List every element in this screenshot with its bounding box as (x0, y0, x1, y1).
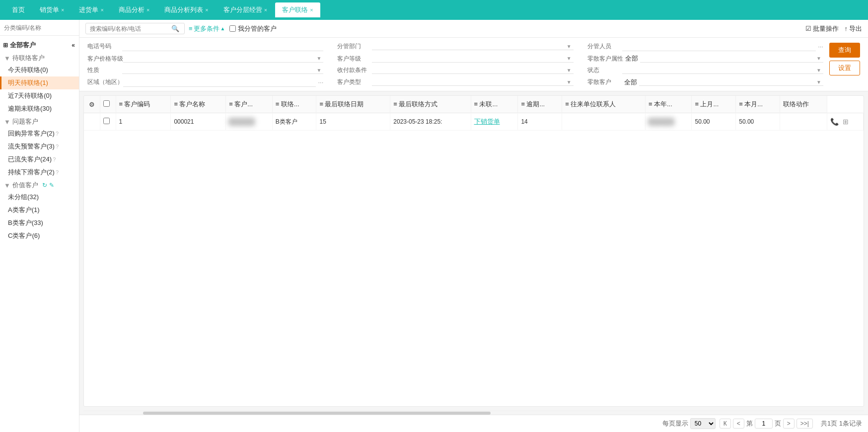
scatter-customer-select[interactable] (639, 78, 823, 85)
nav-product-analysis[interactable]: 商品分析 × (112, 2, 156, 17)
payment-select[interactable] (372, 67, 573, 73)
nav-customer-segmentation[interactable]: 客户分层经营 × (217, 2, 274, 17)
status-select[interactable] (622, 67, 823, 73)
edit-icon[interactable]: ✎ (49, 182, 54, 189)
next-page-btn[interactable]: > (783, 419, 795, 429)
chevron-up-icon: ▲ (220, 26, 225, 31)
help-icon: ? (56, 144, 59, 149)
sidebar-item-churn-warning[interactable]: 流失预警客户(3) ? (0, 140, 79, 153)
prev-page-btn[interactable]: < (733, 419, 744, 429)
nav-sales-order[interactable]: 销货单 × (33, 2, 71, 17)
close-icon[interactable]: × (146, 7, 149, 13)
nature-select[interactable] (122, 67, 323, 73)
sidebar-item-class-c[interactable]: C类客户(6) (0, 229, 79, 242)
status-wrap[interactable]: ▼ (622, 67, 823, 74)
settings-button[interactable]: 设置 (829, 61, 860, 75)
scatter-customer-wrap[interactable]: ▼ (639, 78, 823, 86)
payment-wrap[interactable]: ▼ (372, 67, 573, 74)
nav-purchase-order[interactable]: 进货单 × (72, 2, 110, 17)
dept-select-wrap[interactable]: ▼ (372, 43, 573, 50)
customer-type-wrap[interactable]: ▼ (372, 78, 573, 86)
last-page-btn[interactable]: >>| (796, 419, 813, 429)
phone-input[interactable] (122, 42, 323, 51)
cell-name[interactable]: ██████ (226, 113, 272, 131)
filter-region: 区域（地区） ··· (87, 77, 323, 87)
customer-level-select[interactable] (372, 55, 573, 62)
phone-action-icon[interactable]: 📞 (830, 118, 839, 126)
sidebar-item-7days-pending[interactable]: 近7天待联络(0) (0, 89, 79, 102)
all-customers-title[interactable]: ⊞ 全部客户 « (0, 39, 79, 52)
nature-wrap[interactable]: ▼ (122, 67, 323, 74)
col-customer-type: ≡ 客户... (226, 96, 272, 113)
sidebar-item-ungrouped[interactable]: 未分组(32) (0, 191, 79, 204)
col-settings[interactable]: ⚙ (84, 96, 100, 113)
dept-select[interactable] (372, 43, 573, 50)
total-records: 共1页 1条记录 (821, 419, 862, 428)
cell-code[interactable]: 000021 (171, 113, 226, 131)
cell-last-contact-date: 2023-05-23 18:25: (390, 113, 471, 131)
sidebar-item-class-a[interactable]: A类客户(1) (0, 204, 79, 216)
filter-status: 状态 ▼ (587, 66, 823, 74)
sidebar-item-today-pending[interactable]: 今天待联络(0) (0, 64, 79, 76)
search-input[interactable] (90, 25, 169, 32)
settings-icon[interactable]: ⚙ (89, 101, 95, 108)
manager-input[interactable] (622, 42, 816, 51)
help-icon: ? (56, 169, 59, 175)
grid-icon: ⊞ (3, 42, 8, 49)
cell-last-contact-method[interactable]: 下销货单 (471, 113, 518, 131)
col-unit-contact: ≡ 往来单位联系人 (562, 96, 646, 113)
sidebar-item-class-b[interactable]: B类客户(33) (0, 216, 79, 229)
first-page-btn[interactable]: К (720, 419, 731, 429)
cell-checkbox[interactable] (100, 113, 116, 131)
my-customers-check[interactable] (229, 25, 236, 32)
page-size-select: 每页显示 50 20 100 (662, 418, 716, 429)
price-level-select[interactable] (123, 55, 323, 62)
select-all-checkbox[interactable] (103, 100, 110, 107)
refresh-icon[interactable]: ↻ (42, 182, 47, 189)
more-icon[interactable]: ··· (818, 43, 823, 50)
close-icon[interactable]: × (61, 7, 64, 13)
close-icon[interactable]: × (100, 7, 103, 13)
more-icon[interactable]: ··· (318, 78, 323, 86)
horizontal-scrollbar[interactable] (83, 411, 864, 415)
more-conditions-btn[interactable]: ≡ 更多条件 ▲ (189, 24, 225, 33)
customer-type-select[interactable] (372, 78, 573, 85)
batch-ops-btn[interactable]: ☑ 批量操作 (805, 24, 839, 33)
col-this-month: ≡ 本月... (736, 96, 780, 113)
query-button[interactable]: 查询 (829, 43, 860, 58)
sidebar-item-churned[interactable]: 已流失客户(24) ? (0, 153, 79, 166)
sidebar-search-input[interactable] (4, 24, 78, 31)
sidebar-item-tomorrow-pending[interactable]: 明天待联络(1) (0, 76, 79, 89)
export-btn[interactable]: ↑ 导出 (845, 24, 863, 33)
page-number-input[interactable] (755, 419, 773, 429)
close-icon[interactable]: × (310, 7, 313, 13)
scatter-attr-select[interactable] (640, 55, 823, 62)
close-icon[interactable]: × (205, 7, 208, 13)
sidebar-item-declining[interactable]: 持续下滑客户(2) ? (0, 166, 79, 179)
table-body: 1 000021 ██████ B类客户 15 2023-05-23 18:25… (84, 113, 864, 131)
search-icon[interactable]: 🔍 (171, 25, 179, 32)
sidebar-item-overdue-contact[interactable]: 逾期未联络(30) (0, 102, 79, 115)
customer-level-wrap[interactable]: ▼ (372, 55, 573, 63)
scatter-attr-wrap[interactable]: ▼ (640, 55, 823, 63)
col-checkbox[interactable] (100, 96, 116, 113)
contact-method-link[interactable]: 下销货单 (474, 118, 500, 125)
row-checkbox[interactable] (103, 118, 110, 124)
close-icon[interactable]: × (264, 7, 267, 13)
page-size-dropdown[interactable]: 50 20 100 (690, 418, 716, 429)
nav-product-analysis-list[interactable]: 商品分析列表 × (157, 2, 215, 17)
sidebar-item-repurchase-abnormal[interactable]: 回购异常客户(2) ? (0, 127, 79, 140)
filter-right-actions: ☑ 批量操作 ↑ 导出 (805, 24, 863, 33)
cell-this-month (780, 113, 827, 131)
nav-customer-contact[interactable]: 客户联络 × (275, 2, 320, 17)
my-customers-checkbox[interactable]: 我分管的客户 (229, 24, 277, 33)
grid-action-icon[interactable]: ⊞ (843, 118, 849, 126)
scrollbar-thumb[interactable] (143, 412, 491, 415)
cell-this-year: 50.00 (692, 113, 736, 131)
export-icon: ↑ (845, 25, 848, 32)
price-level-wrap[interactable]: ▼ (123, 55, 323, 63)
nav-home[interactable]: 首页 (5, 2, 32, 17)
cell-index: 1 (116, 113, 171, 131)
region-input[interactable] (123, 77, 316, 87)
cell-unit-contact: ██████ (646, 113, 692, 131)
